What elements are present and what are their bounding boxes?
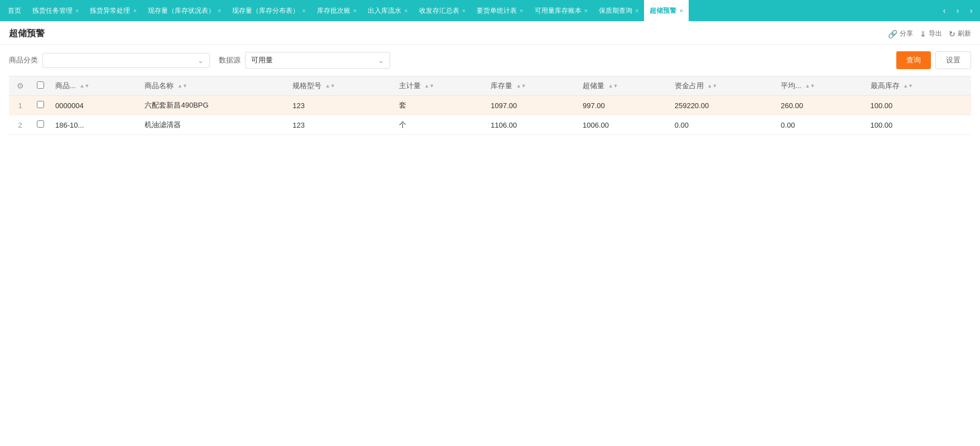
row-name: 机油滤清器 xyxy=(139,115,287,135)
col-settings: ⚙ xyxy=(9,76,31,96)
row-code: 186-10... xyxy=(50,115,139,135)
close-tab-icon[interactable]: × xyxy=(679,7,683,14)
row-unit: 套 xyxy=(393,96,486,115)
nav-prev-button[interactable]: ‹ xyxy=(938,0,951,21)
row-overstock: 997.00 xyxy=(577,96,669,115)
col-overstock[interactable]: 超储量 ▲▼ xyxy=(577,76,669,96)
col-code-label: 商品... xyxy=(55,81,76,90)
row-spec: 123 xyxy=(287,115,393,135)
row-code: 0000004 xyxy=(50,96,139,115)
col-stock[interactable]: 库存量 ▲▼ xyxy=(485,76,577,96)
row-checkbox-cell xyxy=(31,96,50,115)
close-tab-icon[interactable]: × xyxy=(462,7,465,14)
col-overstock-label: 超储量 xyxy=(583,81,604,90)
page-title: 超储预警 xyxy=(9,28,45,40)
nav-tab-库存批次账[interactable]: 库存批次账× xyxy=(311,0,362,21)
row-stock: 1097.00 xyxy=(485,96,577,115)
col-capital-label: 资金占用 xyxy=(675,81,704,90)
col-unit-sort-icon: ▲▼ xyxy=(424,84,434,89)
row-stock: 1106.00 xyxy=(485,115,577,135)
nav-tab-现存量库存状况表[interactable]: 现存量（库存状况表）× xyxy=(142,0,227,21)
query-button[interactable]: 查询 xyxy=(896,51,931,69)
col-checkbox xyxy=(31,76,50,96)
row-avg: 0.00 xyxy=(775,115,864,135)
col-name-label: 商品名称 xyxy=(145,81,174,90)
nav-tab-出入库流水[interactable]: 出入库流水× xyxy=(362,0,413,21)
close-tab-icon[interactable]: × xyxy=(353,7,357,14)
datasource-select[interactable]: 可用量 ⌄ xyxy=(245,52,390,69)
col-unit-label: 主计量 xyxy=(399,81,421,90)
table-row: 1 0000004 六配套新昌490BPG 123 套 1097.00 997.… xyxy=(9,96,971,115)
col-code[interactable]: 商品... ▲▼ xyxy=(50,76,139,96)
settings-button[interactable]: 设置 xyxy=(935,51,971,69)
col-maxstock[interactable]: 最高库存 ▲▼ xyxy=(865,76,971,96)
col-spec[interactable]: 规格型号 ▲▼ xyxy=(287,76,393,96)
table-row: 2 186-10... 机油滤清器 123 个 1106.00 1006.00 … xyxy=(9,115,971,135)
close-tab-icon[interactable]: × xyxy=(75,7,79,14)
row-maxstock: 100.00 xyxy=(865,115,971,135)
col-capital-sort-icon: ▲▼ xyxy=(707,84,717,89)
category-chevron-icon: ⌄ xyxy=(198,56,204,65)
col-maxstock-sort-icon: ▲▼ xyxy=(903,84,913,89)
col-capital[interactable]: 资金占用 ▲▼ xyxy=(669,76,775,96)
close-tab-icon[interactable]: × xyxy=(520,7,523,14)
row-avg: 260.00 xyxy=(775,96,864,115)
select-all-checkbox[interactable] xyxy=(37,81,44,89)
header-actions: 🔗 分享 ⇓ 导出 ↻ 刷新 xyxy=(888,29,971,38)
nav-next-button[interactable]: › xyxy=(951,0,964,21)
datasource-chevron-icon: ⌄ xyxy=(378,56,384,65)
row-name: 六配套新昌490BPG xyxy=(139,96,287,115)
share-button[interactable]: 🔗 分享 xyxy=(888,29,913,38)
col-name[interactable]: 商品名称 ▲▼ xyxy=(139,76,287,96)
row-capital: 259220.00 xyxy=(669,96,775,115)
row-unit: 个 xyxy=(393,115,486,135)
close-tab-icon[interactable]: × xyxy=(302,7,305,14)
nav-arrows: ‹ › › xyxy=(938,0,978,21)
export-button[interactable]: ⇓ 导出 xyxy=(920,29,942,38)
nav-tab-超储预警[interactable]: 超储预警× xyxy=(644,0,688,21)
nav-tab-拣货任务管理[interactable]: 拣货任务管理× xyxy=(27,0,84,21)
nav-tab-可用量库存账本[interactable]: 可用量库存账本× xyxy=(529,0,593,21)
datasource-label: 数据源 xyxy=(219,55,241,65)
col-name-sort-icon: ▲▼ xyxy=(177,84,188,89)
row-overstock: 1006.00 xyxy=(577,115,669,135)
close-tab-icon[interactable]: × xyxy=(218,7,221,14)
refresh-button[interactable]: ↻ 刷新 xyxy=(949,29,971,38)
row-num: 1 xyxy=(9,96,31,115)
col-avg-label: 平均... xyxy=(781,81,801,90)
nav-more-button[interactable]: › xyxy=(964,0,978,21)
category-label: 商品分类 xyxy=(9,55,38,65)
gear-icon[interactable]: ⚙ xyxy=(17,81,24,90)
table-wrapper: ⚙ 商品... ▲▼ 商品名称 ▲▼ 规格型号 ▲▼ 主计 xyxy=(0,76,980,135)
col-avg[interactable]: 平均... ▲▼ xyxy=(775,76,864,96)
col-code-sort-icon: ▲▼ xyxy=(79,84,89,89)
col-spec-label: 规格型号 xyxy=(292,81,321,90)
row-checkbox[interactable] xyxy=(37,120,44,128)
refresh-icon: ↻ xyxy=(949,30,955,38)
data-table: ⚙ 商品... ▲▼ 商品名称 ▲▼ 规格型号 ▲▼ 主计 xyxy=(9,76,971,135)
col-stock-label: 库存量 xyxy=(491,81,512,90)
nav-tab-要货单统计表[interactable]: 要货单统计表× xyxy=(471,0,529,21)
row-spec: 123 xyxy=(287,96,393,115)
export-icon: ⇓ xyxy=(920,30,926,38)
nav-tab-首页[interactable]: 首页 xyxy=(2,0,27,21)
col-stock-sort-icon: ▲▼ xyxy=(516,84,526,89)
category-filter: 商品分类 ⌄ xyxy=(9,53,210,68)
nav-tab-现存量库存分布表[interactable]: 现存量（库存分布表）× xyxy=(227,0,311,21)
nav-tab-拣货异常处理[interactable]: 拣货异常处理× xyxy=(84,0,142,21)
datasource-value: 可用量 xyxy=(251,55,273,65)
row-checkbox[interactable] xyxy=(37,101,44,108)
row-checkbox-cell xyxy=(31,115,50,135)
close-tab-icon[interactable]: × xyxy=(635,7,638,14)
category-select[interactable]: ⌄ xyxy=(42,53,210,68)
close-tab-icon[interactable]: × xyxy=(584,7,588,14)
col-unit[interactable]: 主计量 ▲▼ xyxy=(393,76,486,96)
close-tab-icon[interactable]: × xyxy=(133,7,136,14)
close-tab-icon[interactable]: × xyxy=(404,7,407,14)
table-header-row: ⚙ 商品... ▲▼ 商品名称 ▲▼ 规格型号 ▲▼ 主计 xyxy=(9,76,971,96)
datasource-filter: 数据源 可用量 ⌄ xyxy=(219,52,390,69)
nav-tab-保质期查询[interactable]: 保质期查询× xyxy=(593,0,644,21)
nav-tab-收发存汇总表[interactable]: 收发存汇总表× xyxy=(414,0,471,21)
col-maxstock-label: 最高库存 xyxy=(871,81,900,90)
filter-area: 商品分类 ⌄ 数据源 可用量 ⌄ 查询 设置 xyxy=(0,45,980,76)
